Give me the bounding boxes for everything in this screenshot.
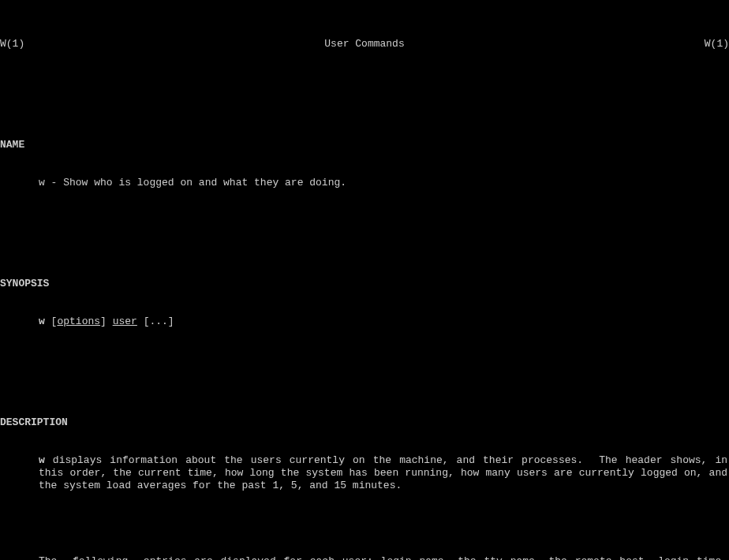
synopsis-line: w [options] user [...] bbox=[0, 315, 729, 328]
header-left: W(1) bbox=[0, 38, 24, 50]
man-header: W(1) User Commands W(1) bbox=[0, 38, 729, 50]
spacer bbox=[0, 517, 729, 530]
section-synopsis-heading: SYNOPSIS bbox=[0, 278, 729, 290]
desc-p1-rest: displays information about the users cur… bbox=[39, 454, 729, 491]
synopsis-cmd: w bbox=[39, 315, 45, 327]
spacer bbox=[0, 88, 729, 101]
spacer bbox=[0, 366, 729, 379]
synopsis-user: user bbox=[113, 315, 137, 327]
synopsis-close: ] bbox=[100, 315, 113, 327]
section-description-heading: DESCRIPTION bbox=[0, 416, 729, 429]
description-p1: w displays information about the users c… bbox=[0, 454, 729, 492]
spacer bbox=[0, 227, 729, 240]
synopsis-tail: [...] bbox=[137, 315, 174, 327]
desc-p1-lead: w bbox=[39, 454, 45, 466]
man-page: W(1) User Commands W(1) NAME w - Show wh… bbox=[0, 0, 729, 560]
synopsis-open: [ bbox=[45, 315, 58, 327]
name-text: w - Show who is logged on and what they … bbox=[0, 177, 729, 189]
description-p2: The following entries are displayed for … bbox=[0, 555, 729, 560]
header-center: User Commands bbox=[24, 38, 705, 50]
synopsis-options: options bbox=[57, 315, 100, 327]
section-name-heading: NAME bbox=[0, 139, 729, 151]
header-right: W(1) bbox=[705, 38, 729, 50]
